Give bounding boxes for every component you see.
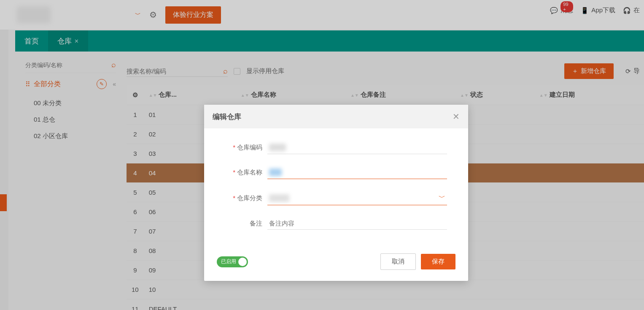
- category-select[interactable]: ﹀: [267, 191, 447, 205]
- cancel-button[interactable]: 取消: [380, 253, 416, 270]
- close-icon[interactable]: ✕: [453, 111, 460, 122]
- name-input[interactable]: [267, 166, 447, 179]
- edit-warehouse-modal: 编辑仓库 ✕ *仓库编码 *仓库名称 *仓库分类 ﹀ 备注: [204, 105, 468, 281]
- save-button[interactable]: 保存: [421, 254, 455, 269]
- modal-title: 编辑仓库: [213, 112, 241, 122]
- code-input[interactable]: [267, 141, 447, 154]
- note-input[interactable]: [267, 217, 447, 230]
- chevron-down-icon: ﹀: [439, 193, 445, 202]
- enabled-toggle[interactable]: 已启用: [217, 256, 248, 267]
